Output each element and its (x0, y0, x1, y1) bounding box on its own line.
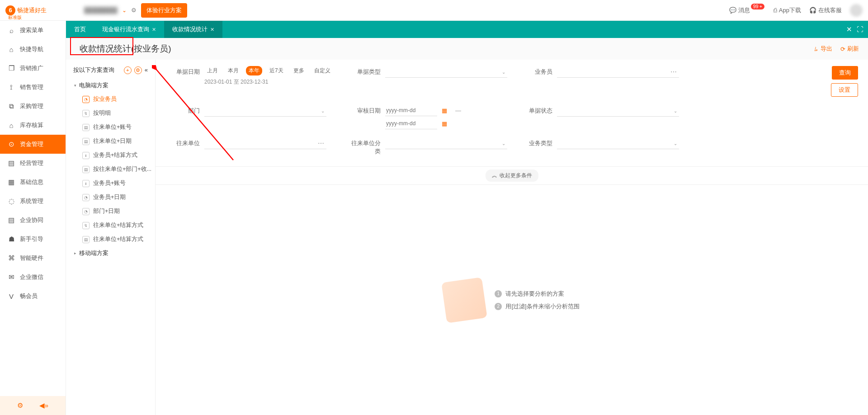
refresh-button[interactable]: ⟳刷新 (840, 45, 859, 53)
sound-icon[interactable]: ◀» (39, 401, 48, 410)
sidebar-item-search-menu[interactable]: ⌕搜索菜单 (0, 21, 66, 40)
app-download-link[interactable]: ⎙ App下载 (774, 6, 801, 14)
chat-icon: 💬 (729, 7, 736, 14)
scheme-item[interactable]: ▤按往来单位+部门+收... (72, 162, 151, 176)
export-button[interactable]: ⭞导出 (813, 45, 832, 53)
gear-icon[interactable]: ⚙ (131, 7, 137, 14)
sidebar-item-inventory[interactable]: ⌂库存核算 (0, 116, 66, 135)
doc-status-select[interactable] (557, 105, 679, 117)
purchase-icon: ⧉ (7, 102, 15, 110)
scheme-item-label: 往来单位+结算方式 (93, 222, 143, 229)
chevron-up-icon: ︽ (492, 172, 497, 179)
calendar-icon[interactable]: ▦ (439, 107, 450, 114)
scheme-group-mobile[interactable]: ▸移动端方案 (72, 246, 151, 260)
avatar[interactable] (850, 4, 863, 17)
tab[interactable]: 现金银行流水查询✕ (94, 21, 164, 38)
sidebar-item-label: 采购管理 (20, 102, 43, 110)
date-chip[interactable]: 更多 (291, 66, 307, 75)
sidebar-item-marketing[interactable]: ❒营销推广 (0, 59, 66, 78)
add-scheme-icon[interactable]: + (124, 66, 132, 74)
chevron-down-icon[interactable]: ⌄ (122, 7, 127, 14)
try-industry-button[interactable]: 体验行业方案 (141, 3, 187, 18)
export-icon: ⭞ (813, 46, 819, 52)
phone-icon: ⎙ (774, 7, 777, 14)
online-service-link[interactable]: 🎧 在线客服 (809, 6, 842, 14)
scheme-item[interactable]: ⫾业务员+账号 (72, 176, 151, 190)
sidebar-item-label: 系统管理 (20, 197, 43, 205)
collapse-left-icon[interactable]: « (145, 66, 148, 74)
scheme-item-icon: ↯ (82, 222, 90, 229)
sidebar-item-system[interactable]: ◌系统管理 (0, 192, 66, 211)
sidebar-item-hardware[interactable]: ⌘智能硬件 (0, 249, 66, 268)
label-salesman: 业务员 (518, 66, 552, 76)
brand-edition: 标准版 (8, 14, 22, 21)
config-button[interactable]: 设置 (831, 83, 858, 97)
scheme-item[interactable]: ◔业务员+日期 (72, 190, 151, 204)
date-chip[interactable]: 本年 (246, 66, 262, 75)
sidebar-item-basic-info[interactable]: ▦基础信息 (0, 173, 66, 192)
query-button[interactable]: 查询 (832, 66, 858, 80)
sidebar-item-wechat[interactable]: ✉企业微信 (0, 268, 66, 287)
sidebar-item-collab[interactable]: ▤企业协同 (0, 211, 66, 230)
scheme-item[interactable]: ◔按业务员 (72, 92, 151, 106)
sidebar-item-operation[interactable]: ▤经营管理 (0, 154, 66, 173)
brand-icon: 6 (5, 5, 15, 15)
calendar-icon[interactable]: ▦ (439, 120, 450, 127)
scheme-item-label: 业务员+账号 (93, 179, 126, 187)
messages-link[interactable]: 💬 消息 99 + (729, 6, 765, 14)
scheme-head-label: 按以下方案查询 (73, 66, 114, 74)
settings-icon[interactable]: ⚙ (17, 401, 23, 410)
scheme-settings-icon[interactable]: ⚙ (134, 66, 142, 74)
filters: 单据日期 上月本月本年近7天更多自定义 2023-01-01 至 2023-12… (156, 60, 868, 166)
date-chip[interactable]: 本月 (225, 66, 241, 75)
system-icon: ◌ (7, 197, 15, 205)
scheme-item[interactable]: ▤往来单位+日期 (72, 134, 151, 148)
sidebar-item-label: 搜索菜单 (20, 26, 43, 34)
tab-label: 收款情况统计 (172, 25, 208, 33)
biz-type-select[interactable] (557, 137, 679, 149)
scheme-item-icon: ◔ (82, 194, 90, 201)
org-name[interactable]: ████████ (84, 7, 118, 14)
date-chips: 上月本月本年近7天更多自定义 (204, 66, 333, 75)
sidebar-item-purchase[interactable]: ⧉采购管理 (0, 97, 66, 116)
audit-date-to[interactable] (385, 118, 437, 129)
triangle-down-icon: ▾ (74, 83, 76, 88)
date-chip[interactable]: 近7天 (267, 66, 286, 75)
audit-date-from[interactable] (385, 105, 437, 116)
scheme-item[interactable]: ▤往来单位+结算方式 (72, 232, 151, 246)
scheme-item-icon: ▤ (82, 166, 90, 173)
tab[interactable]: 首页 (66, 21, 94, 38)
scheme-item-icon: ↯ (82, 110, 90, 117)
scheme-item[interactable]: ▤往来单位+账号 (72, 120, 151, 134)
fullscreen-icon[interactable]: ⛶ (857, 25, 863, 33)
sidebar-item-quick-nav[interactable]: ⌂快捷导航 (0, 40, 66, 59)
close-icon[interactable]: ✕ (210, 27, 214, 33)
scheme-item-icon: ⫾ (82, 180, 90, 187)
scheme-item[interactable]: ↯按明细 (72, 106, 151, 120)
sidebar-item-guide[interactable]: ☗新手引导 (0, 230, 66, 249)
label-audit-date: 审核日期 (346, 105, 381, 115)
member-icon: V (7, 292, 15, 300)
top-header: 6 畅捷通好生 标准版 ████████ ⌄ ⚙ 体验行业方案 💬 消息 99 … (0, 0, 868, 21)
sidebar-bottom: ⚙ ◀» (0, 396, 66, 415)
dept-select[interactable] (204, 105, 326, 117)
salesman-select[interactable] (557, 66, 679, 78)
sidebar-item-sales[interactable]: ⟟销售管理 (0, 78, 66, 97)
sidebar-item-funds[interactable]: ⊙资金管理 (0, 135, 66, 154)
scheme-item[interactable]: ↯往来单位+结算方式 (72, 218, 151, 232)
tab-close-icon[interactable]: ✕ (846, 25, 852, 33)
date-chip[interactable]: 自定义 (311, 66, 333, 75)
date-chip[interactable]: 上月 (204, 66, 221, 75)
doc-type-select[interactable] (385, 66, 507, 78)
collapse-filters-button[interactable]: ︽收起更多条件 (486, 170, 538, 182)
close-icon[interactable]: ✕ (152, 27, 156, 33)
sidebar-item-member[interactable]: V畅会员 (0, 287, 66, 306)
tab[interactable]: 收款情况统计✕ (164, 21, 222, 38)
scheme-item[interactable]: ◔部门+日期 (72, 204, 151, 218)
scheme-group-pc[interactable]: ▾电脑端方案 (72, 79, 151, 92)
partner-select[interactable] (204, 137, 326, 149)
scheme-item-icon: ▤ (82, 138, 90, 145)
partner-cat-select[interactable] (385, 137, 507, 149)
guide-icon: ☗ (7, 235, 15, 243)
scheme-item[interactable]: ⫾业务员+结算方式 (72, 148, 151, 162)
